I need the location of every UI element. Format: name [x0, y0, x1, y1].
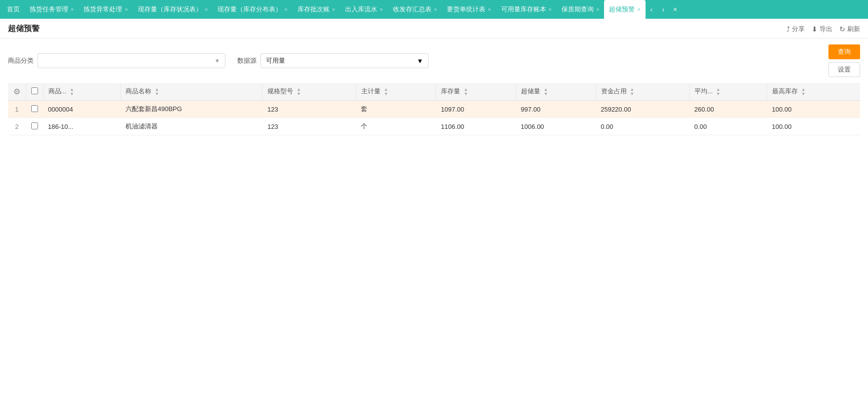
product-code-cell: 0000004 [43, 101, 121, 118]
category-label: 商品分类 [8, 56, 34, 65]
sort-icon: ▲▼ [716, 87, 721, 96]
overstock-table: ⚙ 商品... ▲▼ 商品名称 ▲▼ 规格型号 ▲▼ 主计 [8, 83, 860, 135]
sort-icon: ▲▼ [155, 87, 159, 96]
unit-cell: 套 [356, 101, 436, 118]
category-filter: 商品分类 ▼ [8, 53, 225, 68]
row-checkbox-cell [26, 101, 43, 118]
page-title: 超储预警 [8, 24, 40, 34]
nav-item-flow[interactable]: 出入库流水 × [340, 0, 388, 19]
nav-item-exception[interactable]: 拣货异常处理 × [79, 0, 132, 19]
product-name-header[interactable]: 商品名称 ▲▼ [121, 83, 262, 101]
close-icon[interactable]: × [637, 6, 640, 12]
close-icon[interactable]: × [205, 6, 208, 12]
refresh-button[interactable]: ↻ 刷新 [839, 25, 860, 34]
max-stock-cell: 100.00 [767, 118, 860, 135]
avg-cell: 0.00 [690, 118, 767, 135]
close-icon[interactable]: × [549, 6, 552, 12]
data-table-container: ⚙ 商品... ▲▼ 商品名称 ▲▼ 规格型号 ▲▼ 主计 [0, 83, 868, 135]
stock-header[interactable]: 库存量 ▲▼ [436, 83, 516, 101]
query-button[interactable]: 查询 [828, 44, 860, 59]
settings-col-header: ⚙ [8, 83, 26, 101]
category-select[interactable]: ▼ [38, 53, 225, 68]
row-index: 2 [8, 118, 26, 135]
sort-icon: ▲▼ [297, 87, 301, 96]
filter-bar: 商品分类 ▼ 数据源 可用量 ▼ 查询 设置 [0, 39, 868, 83]
row-index: 1 [8, 101, 26, 118]
unit-cell: 个 [356, 118, 436, 135]
sort-icon: ▲▼ [384, 87, 389, 96]
nav-item-stock-dist[interactable]: 现存量（库存分布表） × [213, 0, 292, 19]
product-name-cell: 机油滤清器 [121, 118, 262, 135]
product-code-cell: 186-10... [43, 118, 121, 135]
checkbox-col-header [26, 83, 43, 101]
datasource-label: 数据源 [237, 56, 257, 65]
row-checkbox[interactable] [31, 122, 38, 129]
stock-cell: 1106.00 [436, 118, 516, 135]
max-stock-cell: 100.00 [767, 101, 860, 118]
product-name-cell: 六配套新昌490BPG [121, 101, 262, 118]
spec-cell: 123 [262, 118, 356, 135]
table-body: 1 0000004 六配套新昌490BPG 123 套 1097.00 997.… [8, 101, 860, 135]
datasource-value: 可用量 [266, 56, 285, 65]
share-button[interactable]: ⤴ 分享 [786, 25, 805, 34]
close-icon[interactable]: × [434, 6, 437, 12]
spec-cell: 123 [262, 101, 356, 118]
overstock-header[interactable]: 超储量 ▲▼ [516, 83, 596, 101]
avg-cell: 260.00 [690, 101, 767, 118]
stock-cell: 1097.00 [436, 101, 516, 118]
overstock-cell: 1006.00 [516, 118, 596, 135]
nav-item-batch[interactable]: 库存批次账 × [293, 0, 340, 19]
close-icon[interactable]: × [380, 6, 383, 12]
avg-header[interactable]: 平均... ▲▼ [690, 83, 767, 101]
close-icon[interactable]: × [71, 6, 74, 12]
top-navigation: 首页 拣货任务管理 × 拣货异常处理 × 现存量（库存状况表） × 现存量（库存… [0, 0, 868, 19]
close-icon[interactable]: × [596, 6, 599, 12]
nav-close-arrow[interactable]: × [669, 0, 681, 19]
sort-icon: ▲▼ [464, 87, 468, 96]
chevron-down-icon: ▼ [215, 58, 220, 64]
close-icon[interactable]: × [284, 6, 287, 12]
capital-header[interactable]: 资金占用 ▲▼ [596, 83, 689, 101]
nav-item-requisition[interactable]: 要货单统计表 × [442, 0, 496, 19]
export-icon: ⬇ [812, 25, 818, 33]
capital-cell: 0.00 [596, 118, 689, 135]
nav-item-summary[interactable]: 收发存汇总表 × [388, 0, 442, 19]
capital-cell: 259220.00 [596, 101, 689, 118]
close-icon[interactable]: × [488, 6, 491, 12]
sort-icon: ▲▼ [70, 87, 74, 96]
row-checkbox-cell [26, 118, 43, 135]
datasource-select[interactable]: 可用量 ▼ [260, 53, 429, 68]
header-actions: ⤴ 分享 ⬇ 导出 ↻ 刷新 [786, 25, 860, 34]
row-checkbox[interactable] [31, 105, 38, 112]
nav-item-expiry[interactable]: 保质期查询 × [557, 0, 604, 19]
export-button[interactable]: ⬇ 导出 [812, 25, 832, 34]
nav-item-stock-status[interactable]: 现存量（库存状况表） × [133, 0, 213, 19]
nav-right-arrow[interactable]: › [657, 0, 669, 19]
nav-item-overstock[interactable]: 超储预警 × [604, 0, 645, 19]
unit-header[interactable]: 主计量 ▲▼ [356, 83, 436, 101]
nav-left-arrow[interactable]: ‹ [646, 0, 657, 19]
sort-icon: ▲▼ [630, 87, 634, 96]
nav-item-home[interactable]: 首页 [2, 0, 25, 19]
filter-action-buttons: 查询 设置 [828, 44, 860, 77]
select-all-checkbox[interactable] [31, 87, 38, 94]
nav-item-task[interactable]: 拣货任务管理 × [25, 0, 79, 19]
nav-item-available-stock[interactable]: 可用量库存账本 × [496, 0, 557, 19]
sort-icon: ▲▼ [544, 87, 548, 96]
overstock-cell: 997.00 [516, 101, 596, 118]
page-header: 超储预警 ⤴ 分享 ⬇ 导出 ↻ 刷新 [0, 19, 868, 39]
refresh-icon: ↻ [839, 25, 845, 33]
close-icon[interactable]: × [332, 6, 335, 12]
share-icon: ⤴ [786, 25, 790, 33]
table-row: 1 0000004 六配套新昌490BPG 123 套 1097.00 997.… [8, 101, 860, 118]
close-icon[interactable]: × [125, 6, 128, 12]
sort-icon: ▲▼ [801, 87, 806, 96]
gear-icon[interactable]: ⚙ [13, 87, 20, 96]
datasource-filter: 数据源 可用量 ▼ [237, 53, 429, 68]
chevron-down-icon: ▼ [417, 57, 423, 65]
table-header: ⚙ 商品... ▲▼ 商品名称 ▲▼ 规格型号 ▲▼ 主计 [8, 83, 860, 101]
settings-button[interactable]: 设置 [828, 62, 860, 77]
spec-header[interactable]: 规格型号 ▲▼ [262, 83, 356, 101]
max-stock-header[interactable]: 最高库存 ▲▼ [767, 83, 860, 101]
product-code-header[interactable]: 商品... ▲▼ [43, 83, 121, 101]
